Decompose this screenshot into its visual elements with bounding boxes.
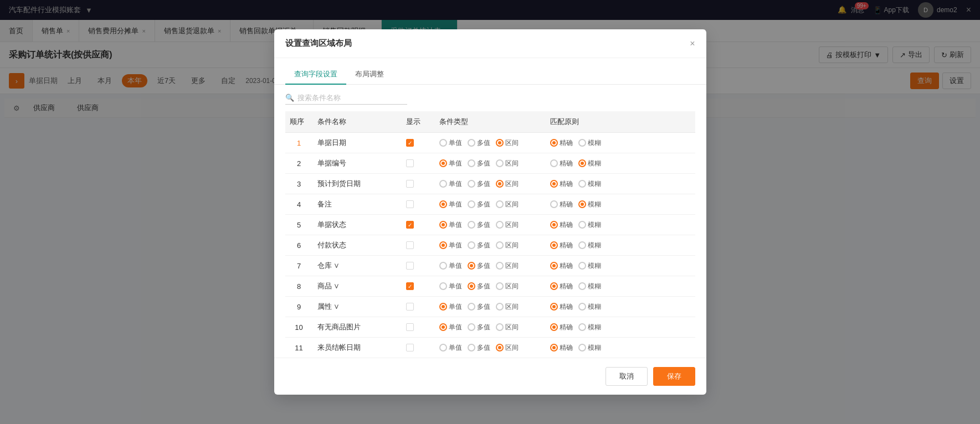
col-type: 条件类型	[435, 111, 546, 122]
search-icon: 🔍	[285, 94, 294, 102]
search-box: 🔍	[285, 91, 407, 105]
search-input[interactable]	[297, 94, 407, 102]
col-order: 顺序	[285, 111, 313, 122]
modal-overlay: 设置查询区域布局 × 查询字段设置 布局调整 🔍	[0, 0, 980, 122]
dialog-header: 设置查询区域布局 ×	[274, 29, 706, 58]
dialog-close-button[interactable]: ×	[690, 39, 695, 49]
dialog-tab-layout-label: 布局调整	[355, 70, 384, 78]
dialog-table-wrap: 顺序 条件名称 显示 条件类型 匹配原则	[274, 111, 706, 122]
dialog-table: 顺序 条件名称 显示 条件类型 匹配原则	[285, 111, 695, 122]
col-match: 匹配原则	[546, 111, 695, 122]
dialog-search-area: 🔍	[274, 85, 706, 111]
dialog-title: 设置查询区域布局	[285, 38, 352, 49]
table-header: 顺序 条件名称 显示 条件类型 匹配原则	[285, 111, 695, 122]
dialog-tabs: 查询字段设置 布局调整	[274, 58, 706, 85]
settings-dialog: 设置查询区域布局 × 查询字段设置 布局调整 🔍	[274, 29, 706, 122]
col-display: 显示	[402, 111, 435, 122]
dialog-tab-query-fields-label: 查询字段设置	[294, 70, 337, 78]
dialog-tab-layout[interactable]: 布局调整	[346, 65, 393, 85]
dialog-tab-query-fields[interactable]: 查询字段设置	[285, 65, 346, 85]
col-name: 条件名称	[313, 111, 402, 122]
